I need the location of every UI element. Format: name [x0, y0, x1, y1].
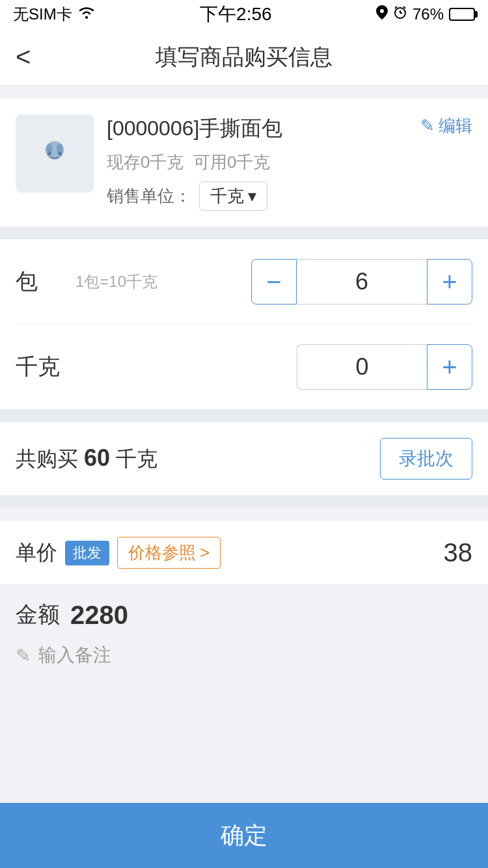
product-stock: 现存0千克 可用0千克: [107, 151, 472, 174]
total-text: 共购买 60 千克: [16, 444, 157, 474]
edit-button[interactable]: ✎ 编辑: [420, 115, 472, 137]
svg-point-9: [57, 144, 63, 153]
quantity-section: 包 1包=10千克 − + 千克 +: [0, 239, 488, 409]
bao-hint: 1包=10千克: [75, 271, 251, 292]
product-name: [0000006]手撕面包: [107, 115, 472, 143]
total-section: 共购买 60 千克 录批次: [0, 422, 488, 495]
product-card: [0000006]手撕面包 现存0千克 可用0千克 销售单位： 千克 ▾ ✎ 编…: [0, 99, 488, 226]
location-icon: [376, 5, 388, 23]
wifi-icon: [77, 5, 96, 23]
nav-bar: < 填写商品购买信息: [0, 29, 488, 86]
wholesale-tag: 批发: [65, 541, 109, 565]
amount-section: 金额 2280 ✎ 输入备注: [0, 584, 488, 683]
price-row: 单价 批发 价格参照 > 38: [16, 537, 472, 569]
svg-point-11: [58, 152, 62, 156]
svg-point-8: [46, 144, 53, 153]
svg-point-1: [380, 9, 384, 13]
svg-point-0: [85, 16, 88, 19]
product-image: [16, 115, 94, 193]
edit-icon: ✎: [420, 116, 435, 136]
alarm-icon: [393, 5, 407, 23]
confirm-button[interactable]: 确定: [0, 803, 488, 868]
section-divider-2: [0, 409, 488, 422]
amount-label: 金额: [16, 600, 60, 630]
carrier-text: 无SIM卡: [13, 4, 72, 25]
product-unit-row: 销售单位： 千克 ▾: [107, 182, 472, 211]
product-info: [0000006]手撕面包 现存0千克 可用0千克 销售单位： 千克 ▾: [107, 115, 472, 211]
bao-controls: − +: [251, 259, 472, 305]
status-bar: 无SIM卡 下午2:56 76%: [0, 0, 488, 29]
qianke-label: 千克: [16, 352, 68, 382]
section-divider-1: [0, 226, 488, 239]
svg-line-6: [403, 7, 405, 8]
amount-row: 金额 2280: [16, 600, 472, 630]
price-label: 单价: [16, 539, 57, 567]
price-section: 单价 批发 价格参照 > 38: [0, 521, 488, 584]
chevron-right-icon: >: [200, 543, 210, 563]
section-divider-3: [0, 495, 488, 508]
bao-minus-button[interactable]: −: [251, 259, 297, 305]
note-row[interactable]: ✎ 输入备注: [16, 643, 472, 668]
pencil-icon: ✎: [16, 645, 31, 666]
unit-select[interactable]: 千克 ▾: [199, 182, 267, 211]
svg-point-10: [47, 152, 51, 156]
qianke-input[interactable]: [297, 344, 427, 390]
bao-plus-button[interactable]: +: [427, 259, 472, 305]
bao-row: 包 1包=10千克 − +: [16, 239, 472, 325]
qianke-controls: +: [297, 344, 472, 390]
back-button[interactable]: <: [16, 42, 31, 72]
note-label: 输入备注: [38, 643, 111, 668]
status-time: 下午2:56: [200, 2, 272, 27]
amount-value: 2280: [70, 601, 128, 630]
qianke-row: 千克 +: [16, 325, 472, 409]
qianke-plus-button[interactable]: +: [427, 344, 472, 390]
battery-icon: [449, 8, 475, 21]
price-value: 38: [444, 538, 473, 567]
bao-input[interactable]: [297, 259, 427, 305]
status-left: 无SIM卡: [13, 4, 96, 25]
price-ref-button[interactable]: 价格参照 >: [117, 537, 221, 569]
batch-button[interactable]: 录批次: [380, 438, 472, 480]
page-title: 填写商品购买信息: [156, 42, 332, 72]
bao-label: 包: [16, 267, 68, 297]
status-right: 76%: [376, 5, 475, 23]
price-left: 单价 批发 价格参照 >: [16, 537, 221, 569]
battery-percent: 76%: [413, 5, 444, 23]
svg-line-5: [395, 7, 397, 8]
chevron-down-icon: ▾: [248, 186, 256, 206]
total-amount: 60: [84, 444, 110, 471]
